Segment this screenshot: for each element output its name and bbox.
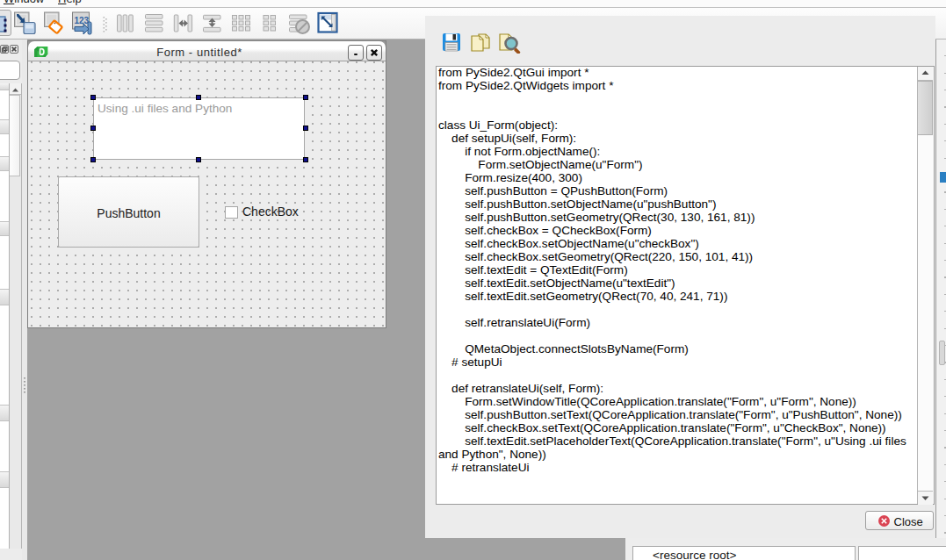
svg-text:123: 123 [75, 16, 90, 25]
